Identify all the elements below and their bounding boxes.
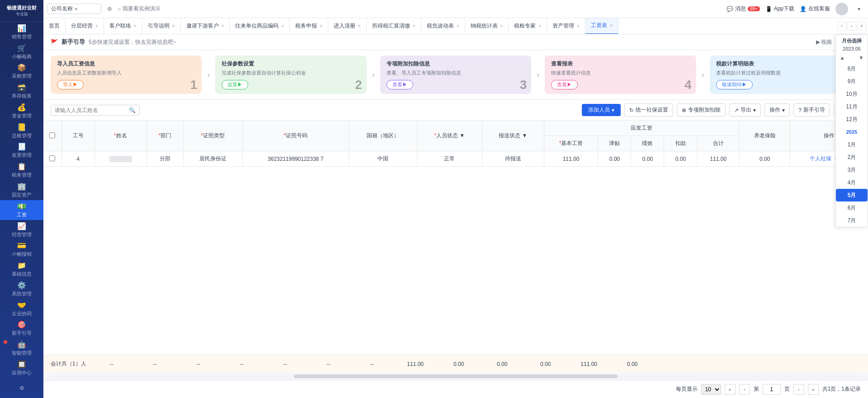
- personal-social-link[interactable]: 个人社保: [810, 155, 831, 162]
- tab-home[interactable]: 首页: [43, 18, 66, 34]
- month-item-10[interactable]: 10月: [836, 88, 868, 100]
- tab-payroll[interactable]: 工资表 ×: [585, 18, 618, 34]
- sidebar-item-finance[interactable]: 💰 资金管理: [0, 101, 43, 121]
- search-input[interactable]: [55, 107, 127, 113]
- tab-tax-expert-close[interactable]: ×: [538, 23, 541, 28]
- month-item-3[interactable]: 3月: [836, 164, 868, 176]
- row-idtype-cell: 居民身份证: [183, 151, 243, 167]
- tab-tax-stats-close[interactable]: ×: [500, 23, 503, 28]
- scrollbar-thumb[interactable]: [294, 375, 618, 378]
- step-1-button[interactable]: 导入▶: [57, 80, 84, 89]
- step-4-card: 查看报表 快速查看统计信息 查看▶ 4: [545, 56, 696, 94]
- month-item-12[interactable]: 12月: [836, 113, 868, 126]
- month-item-4[interactable]: 4月: [836, 176, 868, 189]
- more-icon[interactable]: ▾: [854, 4, 864, 14]
- tab-customer-close[interactable]: ×: [134, 23, 137, 28]
- tab-tax-calc-close[interactable]: ×: [413, 23, 415, 28]
- sidebar-item-assets[interactable]: 🏢 固定资产: [0, 180, 43, 200]
- month-item-2[interactable]: 2月: [836, 151, 868, 164]
- tab-tax-wave-close[interactable]: ×: [457, 23, 459, 28]
- add-person-button[interactable]: 添加人员 ▾: [582, 104, 621, 116]
- video-link[interactable]: ▶ 视频: [816, 38, 832, 46]
- tab-guide[interactable]: 引导说明 ×: [142, 18, 181, 34]
- month-next-button[interactable]: ▼: [857, 53, 866, 62]
- step-5-button[interactable]: 敬请期待▶: [716, 80, 753, 89]
- last-page-button[interactable]: »: [808, 384, 819, 395]
- sidebar-item-marketing[interactable]: 💳 小畅报销: [0, 239, 43, 259]
- prev-page-button[interactable]: ‹: [739, 384, 750, 395]
- search-icon[interactable]: 🔍: [129, 107, 136, 113]
- operation-button[interactable]: 操作 ▾: [764, 103, 790, 117]
- tab-next-button[interactable]: ›: [847, 22, 856, 31]
- tab-clearbook[interactable]: 进入清册 ×: [328, 18, 367, 34]
- tab-guide-close[interactable]: ×: [172, 23, 175, 28]
- tab-payroll-close[interactable]: ×: [610, 23, 613, 28]
- tab-tax-declare[interactable]: 税务申报 ×: [290, 18, 328, 34]
- sidebar-item-system[interactable]: ⚙️ 系统管理: [0, 279, 43, 299]
- month-item-1[interactable]: 1月: [836, 138, 868, 151]
- special-deduction-button[interactable]: ⊕ 专项附加扣除: [677, 103, 726, 117]
- step-4-button[interactable]: 查看▶: [551, 80, 578, 89]
- month-item-8[interactable]: 8月: [836, 62, 868, 75]
- next-page-button[interactable]: ›: [793, 384, 804, 395]
- sidebar-item-apps[interactable]: 🔲 应用中心: [0, 358, 43, 378]
- step-2-button[interactable]: 设置▶: [222, 80, 248, 89]
- page-size-select[interactable]: 10 20 50: [701, 384, 721, 395]
- tab-tax-declare-close[interactable]: ×: [320, 23, 322, 28]
- row-checkbox[interactable]: [49, 155, 55, 161]
- tab-tax-stats[interactable]: 纳税统计表 ×: [465, 18, 509, 34]
- tab-tax-expert[interactable]: 税检专家 ×: [509, 18, 547, 34]
- online-service-button[interactable]: 👤 在线客服: [800, 5, 830, 13]
- tab-tax-wave[interactable]: 税负波动表 ×: [421, 18, 465, 34]
- sidebar-item-ecommerce[interactable]: 🛒 小畅电商: [0, 42, 43, 62]
- export-button[interactable]: ↗ 导出 ▾: [729, 103, 761, 117]
- first-page-button[interactable]: «: [725, 384, 736, 395]
- tab-clearbook-close[interactable]: ×: [358, 23, 361, 28]
- sidebar-item-sales[interactable]: 📊 销售管理: [0, 22, 43, 42]
- sidebar-item-inventory[interactable]: 🗃️ 库存核算: [0, 81, 43, 101]
- horizontal-scrollbar[interactable]: [51, 375, 861, 378]
- select-all-checkbox[interactable]: [49, 132, 55, 138]
- month-item-11[interactable]: 11月: [836, 100, 868, 113]
- message-button[interactable]: 💬 消息 99+: [726, 5, 760, 13]
- tab-invite[interactable]: 邀请下游客户 ×: [181, 18, 230, 34]
- sidebar-item-collab[interactable]: 🤝 企业协同: [0, 299, 43, 319]
- unified-social-button[interactable]: ↻ 统一社保设置: [624, 103, 673, 117]
- tab-assets-close[interactable]: ×: [577, 23, 580, 28]
- sidebar-item-invoice[interactable]: 🧾 发票管理: [0, 141, 43, 161]
- settings-icon[interactable]: ⚙: [104, 4, 115, 14]
- page-number-input[interactable]: [763, 384, 781, 395]
- step-3-button[interactable]: 查看▶: [387, 80, 413, 89]
- new-guide-button[interactable]: ? 新手引导: [793, 103, 830, 117]
- tab-split-mgmt[interactable]: 分层经营 ×: [66, 18, 104, 34]
- tab-invite-close[interactable]: ×: [222, 23, 224, 28]
- sidebar-item-payroll[interactable]: 💵 工资: [0, 200, 43, 220]
- sidebar-item-purchase[interactable]: 📦 采购管理: [0, 61, 43, 81]
- sidebar-item-guide[interactable]: 🎯 新手引导: [0, 319, 43, 339]
- tab-close-all-button[interactable]: ×: [857, 22, 866, 31]
- filter-icon-status[interactable]: ▼: [459, 132, 465, 139]
- sidebar-item-basic[interactable]: 📁 基础信息: [0, 259, 43, 279]
- demo-button[interactable]: ○ 我要看实例演示: [118, 5, 160, 13]
- month-item-5-active[interactable]: 5月: [836, 189, 868, 201]
- month-item-7[interactable]: 7月: [836, 214, 868, 227]
- user-avatar[interactable]: [835, 3, 848, 15]
- tab-prev-button[interactable]: ‹: [837, 22, 846, 31]
- tab-customer[interactable]: 客户联络 ×: [104, 18, 142, 34]
- tab-tax-calc[interactable]: 所得税汇算清缴 ×: [367, 18, 421, 34]
- app-download-button[interactable]: 📱 App下载: [765, 5, 794, 13]
- tab-product-code-close[interactable]: ×: [281, 23, 284, 28]
- filter-icon-send[interactable]: ▼: [522, 132, 528, 139]
- sidebar-item-smart[interactable]: 🤖 智能管理: [0, 338, 43, 358]
- sidebar-item-operations[interactable]: 📈 经营管理: [0, 220, 43, 240]
- sidebar-item-tax[interactable]: 📋 税务管理: [0, 160, 43, 180]
- company-selector[interactable]: 公司名称 ▾: [47, 4, 101, 14]
- tab-product-code[interactable]: 往来单位商品编码 ×: [230, 18, 290, 34]
- month-prev-button[interactable]: ▲: [838, 53, 847, 62]
- month-item-6[interactable]: 6月: [836, 201, 868, 214]
- tab-split-close[interactable]: ×: [95, 23, 98, 28]
- month-item-9[interactable]: 9月: [836, 75, 868, 88]
- settings-button[interactable]: ⚙: [0, 378, 43, 398]
- sidebar-item-ledger[interactable]: 📒 总账管理: [0, 121, 43, 141]
- tab-assets-mgmt[interactable]: 资产管理 ×: [547, 18, 585, 34]
